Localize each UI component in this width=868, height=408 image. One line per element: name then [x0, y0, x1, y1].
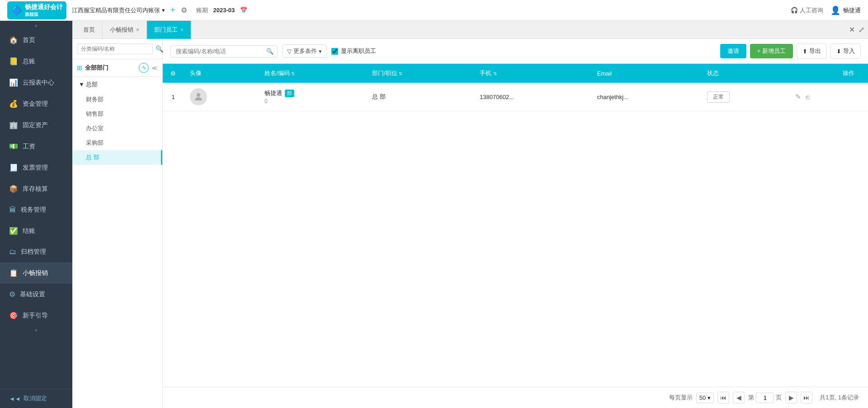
tree-item-finance[interactable]: 财务部: [72, 92, 162, 107]
company-dropdown-icon[interactable]: ▾: [162, 7, 165, 14]
tree-search-icon[interactable]: 🔍: [156, 45, 163, 52]
col-name[interactable]: 姓名/编码 ⇅: [258, 64, 366, 83]
tab-expense-close[interactable]: ×: [136, 27, 139, 33]
salary-icon: 💵: [9, 142, 18, 151]
close-panel-button[interactable]: ✕: [849, 25, 855, 34]
add-employee-button[interactable]: + 新增员工: [750, 44, 793, 58]
tree-edit-button[interactable]: ✎: [139, 63, 149, 73]
tree-items: ▼ 总部 财务部 销售部 办公室 采购部 总 部: [72, 77, 162, 408]
edit-employee-button[interactable]: ✎: [795, 93, 801, 101]
show-resigned-checkbox[interactable]: [331, 48, 338, 55]
employee-code: 0: [264, 98, 359, 104]
sidebar-item-archive[interactable]: 🗂 归档管理: [0, 242, 72, 262]
filter-label: 更多条件: [293, 47, 317, 55]
more-filter-button[interactable]: ▽ 更多条件 ▾: [282, 44, 327, 58]
unpin-label: 取消固定: [24, 394, 47, 403]
employee-name: 畅捷通: [264, 89, 282, 97]
sidebar-item-close[interactable]: ✅ 结账: [0, 220, 72, 242]
support-button[interactable]: 🎧 人工咨询: [791, 6, 823, 14]
tab-expense[interactable]: 小畅报销 ×: [103, 21, 147, 39]
sidebar-item-ledger[interactable]: 📒 总账: [0, 51, 72, 72]
company-name: 江西服宝精品有限责任公司内账张: [72, 6, 160, 14]
settings-button[interactable]: ⚙: [181, 6, 187, 14]
sidebar-item-reports[interactable]: 📊 云报表中心: [0, 72, 72, 93]
col-phone[interactable]: 手机 ⇅: [473, 64, 591, 83]
employee-avatar: [190, 88, 207, 105]
tax-icon: 🏛: [9, 206, 16, 214]
sidebar-item-funds[interactable]: 💰 资金管理: [0, 93, 72, 114]
funds-icon: 💰: [9, 100, 18, 108]
company-selector[interactable]: 江西服宝精品有限责任公司内账张 ▾: [72, 6, 165, 14]
app-subtitle: 旗舰版: [25, 11, 63, 18]
tree-item-purchase[interactable]: 采购部: [72, 136, 162, 150]
page-number-input[interactable]: [756, 393, 774, 403]
col-settings[interactable]: ⚙: [163, 64, 184, 83]
row-dept: 总 部: [366, 83, 473, 111]
first-page-button[interactable]: ⏮: [717, 392, 729, 403]
sidebar-item-tax[interactable]: 🏛 税务管理: [0, 199, 72, 220]
add-tab-button[interactable]: +: [170, 5, 175, 15]
tab-department[interactable]: 部门员工 ×: [147, 21, 191, 39]
employee-search-input[interactable]: [174, 46, 264, 57]
expand-panel-button[interactable]: ⤢: [859, 25, 864, 34]
tab-home[interactable]: 首页: [76, 21, 103, 39]
sidebar-item-assets[interactable]: 🏢 固定资产: [0, 114, 72, 136]
per-page-label: 每页显示: [669, 394, 693, 402]
col-dept-sort-icon[interactable]: ⇅: [399, 71, 402, 76]
row-email: chanjethkj...: [591, 83, 701, 111]
sidebar-item-salary[interactable]: 💵 工资: [0, 136, 72, 157]
tree-group-hq[interactable]: ▼ 总部: [72, 77, 162, 92]
filter-icon: ▽: [287, 48, 292, 55]
sidebar-label-settings: 基础设置: [20, 290, 45, 299]
tree-item-general[interactable]: 总 部: [72, 150, 162, 165]
col-actions: 操作: [789, 64, 868, 83]
row-phone: 138070602...: [473, 83, 591, 111]
per-page-select[interactable]: 50 ▾: [696, 393, 714, 403]
sidebar-item-guide[interactable]: 🎯 新手引导: [0, 305, 72, 326]
col-dept[interactable]: 部门/职位 ⇅: [366, 64, 473, 83]
tree-search-input[interactable]: [77, 43, 153, 54]
top-bar-right: 🎧 人工咨询 👤 畅捷通: [791, 5, 861, 15]
unpin-button[interactable]: ◄◄ 取消固定: [0, 389, 72, 408]
sidebar-item-expense[interactable]: 📋 小畅报销: [0, 262, 72, 284]
sidebar-item-home[interactable]: 🏠 首页: [0, 29, 72, 51]
tree-item-sales[interactable]: 销售部: [72, 107, 162, 121]
guide-icon: 🎯: [9, 311, 18, 320]
col-name-label: 姓名/编码: [264, 70, 290, 76]
tree-group-label: 总部: [86, 81, 98, 88]
sidebar-label-inventory: 库存核算: [23, 185, 48, 193]
calendar-icon[interactable]: 📅: [240, 7, 247, 14]
inventory-icon: 📦: [9, 185, 18, 193]
tree-collapse-button[interactable]: ≪: [151, 65, 158, 71]
last-page-button[interactable]: ⏭: [801, 392, 812, 403]
filter-chevron-icon: ▾: [319, 48, 322, 55]
prev-page-button[interactable]: ◀: [733, 392, 745, 403]
sidebar-item-invoice[interactable]: 🧾 发票管理: [0, 157, 72, 178]
invite-button[interactable]: 邀请: [720, 44, 746, 58]
tree-root-label[interactable]: 全部部门: [85, 64, 136, 72]
col-name-sort-icon[interactable]: ⇅: [291, 71, 295, 76]
employee-table-container: ⚙ 头像 姓名/编码 ⇅ 部门/职位 ⇅: [163, 64, 868, 387]
support-label: 人工咨询: [800, 6, 823, 14]
sidebar-scroll-up[interactable]: ▲: [0, 21, 72, 29]
sidebar-item-inventory[interactable]: 📦 库存核算: [0, 178, 72, 199]
import-button[interactable]: ⬇ 导入: [830, 43, 861, 59]
tree-item-office[interactable]: 办公室: [72, 121, 162, 136]
tab-home-label: 首页: [83, 26, 95, 34]
row-index: 1: [163, 83, 184, 111]
next-page-button[interactable]: ▶: [785, 392, 797, 403]
delete-employee-button[interactable]: ⎋: [806, 93, 810, 101]
export-button[interactable]: ⬆ 导出: [797, 43, 827, 59]
user-info[interactable]: 👤 畅捷通: [830, 5, 861, 15]
page-input-area: 第 页: [748, 393, 782, 403]
sidebar-item-settings[interactable]: ⚙ 基础设置: [0, 284, 72, 305]
sidebar-scroll-down[interactable]: ▼: [0, 326, 72, 335]
employee-search-icon[interactable]: 🔍: [266, 48, 274, 55]
table-settings-icon[interactable]: ⚙: [170, 70, 176, 77]
main-layout: ▲ 🏠 首页 📒 总账 📊 云报表中心 💰 资金管理 🏢 固定资产 💵 工资 🧾…: [0, 21, 868, 408]
tab-bar: 首页 小畅报销 × 部门员工 × ✕ ⤢: [72, 21, 868, 39]
page-prefix: 第: [748, 394, 754, 402]
tab-department-close[interactable]: ×: [180, 27, 184, 33]
col-phone-sort-icon[interactable]: ⇅: [493, 71, 497, 76]
total-records-label: 共1页, 1条记录: [820, 394, 859, 402]
